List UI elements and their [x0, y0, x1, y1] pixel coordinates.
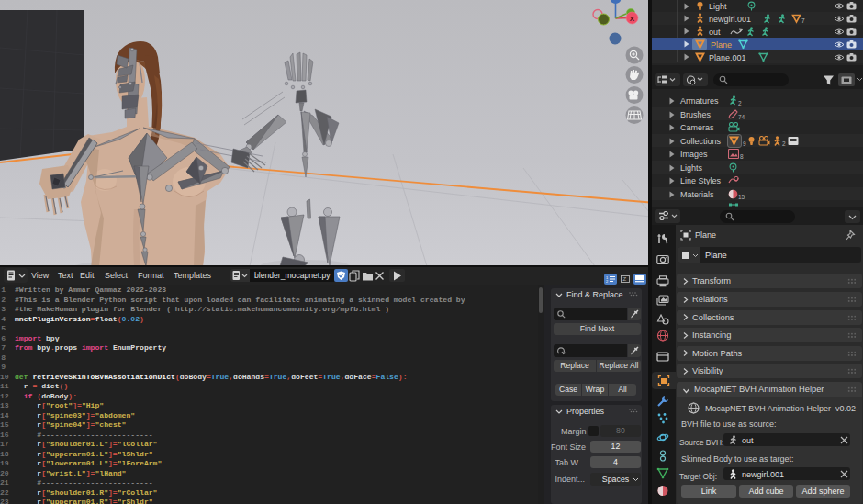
svg-text:X: X [630, 15, 635, 23]
svg-text:2: 2 [606, 279, 609, 283]
svg-text:Z: Z [623, 276, 627, 282]
